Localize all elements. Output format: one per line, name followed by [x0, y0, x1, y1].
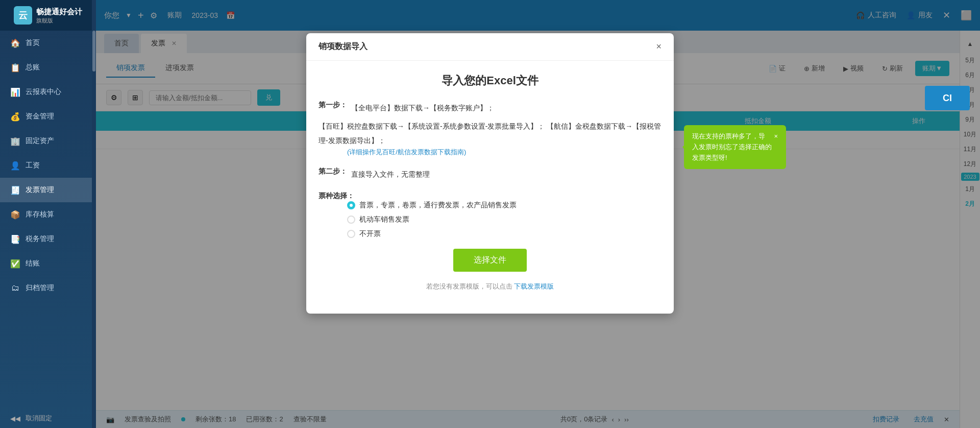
radio-normal[interactable]: 普票，专票，卷票，通行费发票，农产品销售发票	[347, 201, 662, 210]
step2-header: 第二步： 直接导入文件，无需整理	[318, 167, 662, 181]
sidebar-unpin[interactable]: ◀◀ 取消固定	[0, 409, 96, 428]
radio-no-ticket-label: 不开票	[359, 229, 381, 239]
sidebar-scrollbar	[92, 0, 96, 428]
tax-icon: 📑	[10, 234, 20, 244]
sidebar-item-label: 库存核算	[26, 210, 86, 219]
inventory-icon: 📦	[10, 209, 20, 220]
fixed-assets-icon: 🏢	[10, 136, 20, 146]
step2-label: 第二步：	[318, 167, 347, 181]
sidebar-menu: 🏠 首页 📋 总账 📊 云报表中心 💰 资金管理 🏢 固定资产 👤 工资 🧾 发…	[0, 31, 96, 409]
pin-icon: ◀◀	[10, 415, 20, 422]
step1-header: 第一步： 【全电平台】数据下载→【税务数字账户】；	[318, 101, 662, 115]
logo-icon: 云	[14, 6, 32, 25]
home-icon: 🏠	[10, 38, 20, 48]
sidebar-item-cloud-report[interactable]: 📊 云报表中心	[0, 80, 96, 104]
user-avatar: CI	[925, 86, 970, 110]
modal-title: 销项数据导入	[318, 41, 368, 52]
sidebar-item-label: 云报表中心	[26, 87, 86, 97]
sidebar-item-archive[interactable]: 🗂 归档管理	[0, 276, 96, 300]
step1-line1: 【全电平台】数据下载→【税务数字账户】；	[351, 101, 494, 115]
sidebar-logo: 云 畅捷通好会计 旗舰版	[0, 0, 96, 31]
radio-no-ticket-circle[interactable]	[347, 230, 355, 238]
tooltip-box: × 现在支持的票种多了，导入发票时别忘了选择正确的发票类型呀!	[684, 125, 786, 169]
sidebar-item-label: 结账	[26, 259, 86, 268]
modal-footer: 若您没有发票模版，可以点击 下载发票模版	[318, 282, 662, 301]
checkout-icon: ✅	[10, 258, 20, 269]
import-modal: 销项数据导入 × 导入您的Excel文件 第一步： 【全电平台】数据下载→【税务…	[306, 33, 674, 314]
sidebar-item-label: 发票管理	[26, 185, 86, 195]
tooltip-text: 现在支持的票种多了，导入发票时别忘了选择正确的发票类型呀!	[692, 132, 772, 161]
modal-close-button[interactable]: ×	[656, 41, 662, 52]
download-template-link[interactable]: 下载发票模版	[514, 282, 554, 290]
radio-group: 普票，专票，卷票，通行费发票，农产品销售发票 机动车销售发票 不开票	[347, 201, 662, 239]
sidebar-item-home[interactable]: 🏠 首页	[0, 31, 96, 55]
step1-guide-link[interactable]: (详细操作见百旺/航信发票数据下载指南)	[347, 148, 662, 157]
fund-icon: 💰	[10, 111, 20, 122]
step2-text: 直接导入文件，无需整理	[351, 167, 430, 181]
scrollbar-thumb	[92, 31, 95, 72]
unpin-label: 取消固定	[26, 414, 52, 423]
sidebar-item-invoice[interactable]: 🧾 发票管理	[0, 178, 96, 202]
radio-motor[interactable]: 机动车销售发票	[347, 215, 662, 224]
logo-text: 畅捷通好会计 旗舰版	[36, 7, 82, 24]
sidebar-item-label: 税务管理	[26, 234, 86, 244]
import-title: 导入您的Excel文件	[318, 73, 662, 88]
tooltip-close-button[interactable]: ×	[774, 131, 778, 142]
select-file-button[interactable]: 选择文件	[453, 249, 527, 272]
radio-motor-circle[interactable]	[347, 216, 355, 224]
sidebar-item-tax[interactable]: 📑 税务管理	[0, 227, 96, 251]
sidebar-item-checkout[interactable]: ✅ 结账	[0, 251, 96, 276]
sidebar-item-fund[interactable]: 💰 资金管理	[0, 104, 96, 129]
step1-line2: 【百旺】税控盘数据下载→【系统设置-系统参数设置-发票批量导入】；	[318, 122, 545, 130]
invoice-icon: 🧾	[10, 185, 20, 195]
sidebar-item-label: 工资	[26, 161, 86, 170]
sidebar-item-label: 资金管理	[26, 112, 86, 121]
modal-body: 导入您的Excel文件 第一步： 【全电平台】数据下载→【税务数字账户】； 【百…	[306, 61, 674, 314]
radio-motor-label: 机动车销售发票	[359, 215, 409, 224]
step-2: 第二步： 直接导入文件，无需整理	[318, 167, 662, 181]
sidebar-item-fixed-assets[interactable]: 🏢 固定资产	[0, 129, 96, 153]
avatar-initials: CI	[943, 93, 952, 104]
ticket-select: 票种选择： 普票，专票，卷票，通行费发票，农产品销售发票 机动车销售发票 不开票	[318, 192, 662, 239]
archive-icon: 🗂	[10, 283, 20, 293]
radio-no-ticket[interactable]: 不开票	[347, 229, 662, 239]
sidebar: 云 畅捷通好会计 旗舰版 🏠 首页 📋 总账 📊 云报表中心 💰 资金管理 🏢 …	[0, 0, 96, 428]
sidebar-item-label: 总账	[26, 63, 86, 72]
sidebar-item-inventory[interactable]: 📦 库存核算	[0, 202, 96, 227]
brand-name: 畅捷通好会计	[36, 7, 82, 17]
cloud-report-icon: 📊	[10, 87, 20, 97]
step-1: 第一步： 【全电平台】数据下载→【税务数字账户】； 【百旺】税控盘数据下载→【系…	[318, 101, 662, 157]
sidebar-item-ledger[interactable]: 📋 总账	[0, 55, 96, 80]
radio-normal-circle[interactable]	[347, 201, 355, 209]
sidebar-item-label: 首页	[26, 38, 86, 47]
edition-label: 旗舰版	[36, 17, 82, 24]
sidebar-item-salary[interactable]: 👤 工资	[0, 153, 96, 178]
modal-header: 销项数据导入 ×	[306, 33, 674, 61]
ledger-icon: 📋	[10, 62, 20, 73]
sidebar-item-label: 归档管理	[26, 283, 86, 293]
footer-text: 若您没有发票模版，可以点击	[426, 282, 512, 290]
radio-normal-label: 普票，专票，卷票，通行费发票，农产品销售发票	[359, 201, 517, 210]
salary-icon: 👤	[10, 160, 20, 171]
step1-label: 第一步：	[318, 101, 347, 115]
sidebar-item-label: 固定资产	[26, 136, 86, 146]
ticket-select-label: 票种选择：	[318, 192, 354, 200]
